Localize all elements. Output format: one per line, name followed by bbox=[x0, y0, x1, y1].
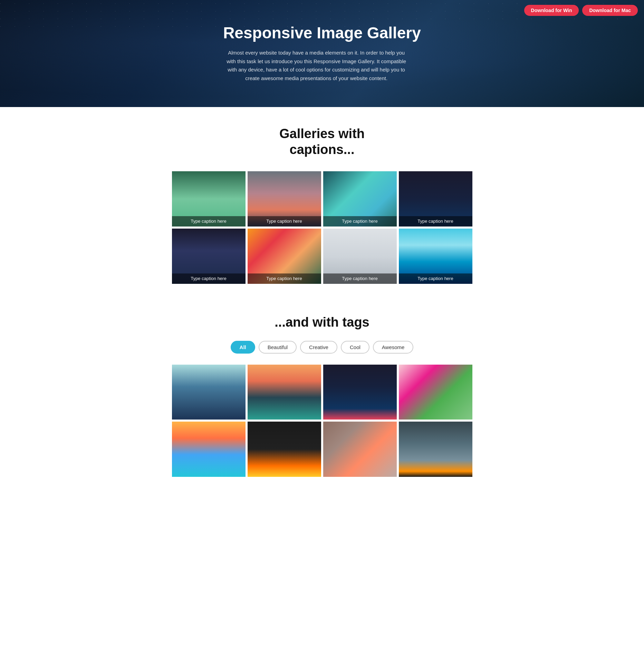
gallery-caption: Type caption here bbox=[172, 273, 246, 284]
gallery-caption: Type caption here bbox=[172, 216, 246, 227]
gallery-tag-item[interactable] bbox=[323, 365, 397, 420]
gallery-tag-image bbox=[399, 365, 472, 420]
gallery-caption: Type caption here bbox=[248, 273, 321, 284]
gallery-tag-item[interactable] bbox=[323, 422, 397, 477]
gallery-tag-item[interactable] bbox=[248, 422, 321, 477]
gallery-tag-image bbox=[248, 422, 321, 477]
gallery-tag-image bbox=[323, 422, 397, 477]
tag-awesome-button[interactable]: Awesome bbox=[373, 341, 414, 354]
gallery-caption: Type caption here bbox=[323, 216, 397, 227]
gallery-item[interactable]: Type caption here bbox=[172, 171, 246, 227]
gallery-tag-image bbox=[399, 422, 472, 477]
captions-section: Galleries withcaptions... Type caption h… bbox=[0, 107, 644, 301]
gallery-item[interactable]: Type caption here bbox=[399, 229, 472, 284]
captions-section-title: Galleries withcaptions... bbox=[7, 126, 637, 157]
download-win-button[interactable]: Download for Win bbox=[524, 5, 579, 16]
gallery-tag-image bbox=[172, 422, 246, 477]
hero-title: Responsive Image Gallery bbox=[223, 24, 421, 42]
hero-description: Almost every website today have a media … bbox=[223, 49, 410, 83]
gallery-tag-item[interactable] bbox=[172, 365, 246, 420]
gallery-tag-image bbox=[172, 365, 246, 420]
download-buttons: Download for Win Download for Mac bbox=[524, 5, 638, 16]
gallery-tag-item[interactable] bbox=[399, 422, 472, 477]
hero-section: Download for Win Download for Mac Respon… bbox=[0, 0, 644, 107]
gallery-caption: Type caption here bbox=[323, 273, 397, 284]
gallery-tag-item[interactable] bbox=[248, 365, 321, 420]
tags-section: ...and with tags All Beautiful Creative … bbox=[0, 301, 644, 488]
gallery-item[interactable]: Type caption here bbox=[172, 229, 246, 284]
gallery-item[interactable]: Type caption here bbox=[248, 171, 321, 227]
gallery-tag-image bbox=[248, 365, 321, 420]
tag-creative-button[interactable]: Creative bbox=[300, 341, 337, 354]
gallery-caption: Type caption here bbox=[248, 216, 321, 227]
tag-filters: All Beautiful Creative Cool Awesome bbox=[7, 341, 637, 354]
gallery-caption: Type caption here bbox=[399, 216, 472, 227]
gallery-tag-item[interactable] bbox=[172, 422, 246, 477]
download-mac-button[interactable]: Download for Mac bbox=[582, 5, 638, 16]
gallery-tag-item[interactable] bbox=[399, 365, 472, 420]
gallery-item[interactable]: Type caption here bbox=[399, 171, 472, 227]
gallery-item[interactable]: Type caption here bbox=[323, 171, 397, 227]
tag-beautiful-button[interactable]: Beautiful bbox=[259, 341, 297, 354]
captions-gallery-grid: Type caption here Type caption here Type… bbox=[172, 171, 472, 284]
gallery-item[interactable]: Type caption here bbox=[323, 229, 397, 284]
tags-section-title: ...and with tags bbox=[7, 315, 637, 330]
gallery-tag-image bbox=[323, 365, 397, 420]
tags-gallery-grid bbox=[172, 365, 472, 477]
tag-all-button[interactable]: All bbox=[231, 341, 255, 354]
tag-cool-button[interactable]: Cool bbox=[341, 341, 369, 354]
gallery-caption: Type caption here bbox=[399, 273, 472, 284]
gallery-item[interactable]: Type caption here bbox=[248, 229, 321, 284]
hero-content: Responsive Image Gallery Almost every we… bbox=[223, 24, 421, 83]
